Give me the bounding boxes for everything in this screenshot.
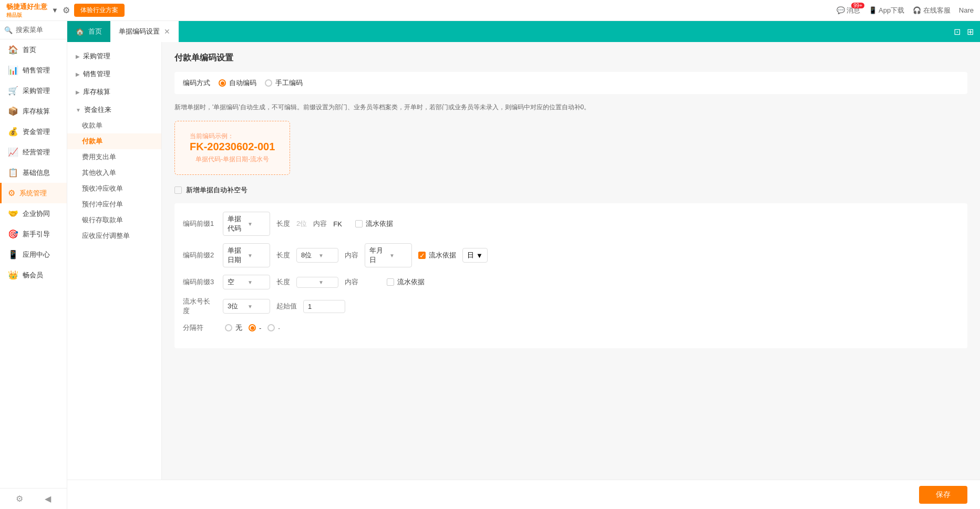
- sidebar-item-basic[interactable]: 📋 基础信息: [0, 162, 67, 183]
- search-icon: 🔍: [4, 26, 13, 34]
- manual-encode-radio[interactable]: 手工编码: [265, 78, 303, 88]
- app-logo: 畅捷通好生意 精品版: [6, 2, 47, 19]
- nav-dropdown[interactable]: ▼: [51, 6, 58, 14]
- config-row-2: 编码前缀2 单据日期 ▼ 长度 8位 ▼ 内容 年月日: [183, 243, 959, 267]
- top-bar-left: 畅捷通好生意 精品版 ▼ ⚙ 体验行业方案: [6, 2, 831, 19]
- sidebar-item-operations[interactable]: 📈 经营管理: [0, 142, 67, 162]
- system-icon: ⚙: [8, 188, 15, 198]
- chevron-right-icon: ▶: [76, 54, 80, 59]
- start-value-input[interactable]: 1: [303, 300, 345, 313]
- nav-group-purchase-title[interactable]: ▶ 采购管理: [67, 48, 161, 64]
- sidebar-item-guide[interactable]: 🎯 新手引导: [0, 224, 67, 244]
- separator-row: 分隔符 无 - ·: [183, 323, 959, 333]
- username-area[interactable]: Nare: [959, 6, 974, 14]
- stream3-check[interactable]: 流水依据: [387, 277, 425, 287]
- config-row-3: 编码前缀3 空 ▼ 长度 ▼ 内容: [183, 275, 959, 289]
- sep-dot-circle: [267, 324, 275, 331]
- sidebar-item-enterprise[interactable]: 🤝 企业协同: [0, 203, 67, 224]
- prefix2-select[interactable]: 单据日期 ▼: [223, 243, 270, 267]
- sidebar-item-finance[interactable]: 💰 资金管理: [0, 121, 67, 142]
- prefix1-select[interactable]: 单据代码 ▼: [223, 212, 270, 236]
- main-layout: 🔍 搜索菜单 🏠 首页 📊 销售管理 🛒 采购管理 📦 库存核算 💰 资金管理 …: [0, 21, 980, 509]
- content2-label: 内容: [345, 251, 358, 260]
- chevron-down-icon-su2: ▼: [476, 252, 483, 259]
- tab-maximize-icon[interactable]: ⊞: [967, 27, 974, 37]
- sidebar-settings-icon[interactable]: ⚙: [16, 494, 23, 504]
- chevron-right-icon-3: ▶: [76, 89, 80, 95]
- nav-item-pre-payment[interactable]: 预付冲应付单: [67, 196, 161, 212]
- home-icon: 🏠: [8, 45, 18, 55]
- preview-label: 当前编码示例：: [190, 132, 275, 141]
- sidebar-item-sales[interactable]: 📊 销售管理: [0, 60, 67, 80]
- sidebar-item-system[interactable]: ⚙ 系统管理: [0, 183, 67, 203]
- nav-item-receipt[interactable]: 收款单: [67, 118, 161, 133]
- message-area[interactable]: 💬 消息 99+: [837, 6, 861, 15]
- stream1-check[interactable]: 流水依据: [355, 219, 393, 228]
- download-icon: 📱: [869, 6, 877, 14]
- search-menu[interactable]: 🔍 搜索菜单: [0, 21, 67, 39]
- info-text: 新增单据时，'单据编码'自动生成，不可编辑。前缀设置为部门、业务员等档案类，开单…: [174, 102, 967, 112]
- tab-code-setting[interactable]: 单据编码设置 ✕: [110, 21, 179, 42]
- serial-length-label: 流水号长度: [183, 297, 216, 316]
- sales-icon: 📊: [8, 65, 18, 75]
- nav-group-inventory-title[interactable]: ▶ 库存核算: [67, 84, 161, 100]
- stream2-checkbox[interactable]: ✓: [418, 252, 426, 259]
- chevron-down-icon-c2: ▼: [389, 253, 407, 258]
- sidebar-collapse-icon[interactable]: ◀: [45, 494, 51, 504]
- service-icon: 🎧: [913, 6, 921, 14]
- code-preview: 当前编码示例： FK-20230602-001 单据代码-单据日期-流水号: [174, 121, 290, 175]
- stream3-checkbox[interactable]: [387, 278, 394, 286]
- auto-encode-radio[interactable]: 自动编码: [219, 78, 256, 88]
- finance-icon: 💰: [8, 127, 18, 137]
- length1-label: 长度: [276, 219, 290, 228]
- length2-label: 长度: [276, 251, 290, 260]
- sep-none[interactable]: 无: [225, 323, 242, 333]
- nav-group-capital: ▼ 资金往来 收款单 付款单 费用支出单 其他收入单 预收冲应收单 预付冲应付单…: [67, 102, 161, 244]
- nav-item-payment[interactable]: 付款单: [67, 133, 161, 149]
- operations-icon: 📈: [8, 147, 18, 157]
- stream2-unit-select[interactable]: 日 ▼: [462, 248, 488, 263]
- sidebar-item-purchase[interactable]: 🛒 采购管理: [0, 80, 67, 101]
- serial-row: 流水号长度 3位 ▼ 起始值 1: [183, 297, 959, 316]
- nav-group-capital-title[interactable]: ▼ 资金往来: [67, 102, 161, 118]
- nav-group-sales-title[interactable]: ▶ 销售管理: [67, 66, 161, 82]
- nav-item-pre-receipt[interactable]: 预收冲应收单: [67, 181, 161, 196]
- tab-home[interactable]: 🏠 首页: [67, 21, 110, 42]
- content3-label: 内容: [345, 277, 358, 287]
- preview-code: FK-20230602-001: [190, 141, 275, 153]
- basic-icon: 📋: [8, 168, 18, 178]
- sidebar-item-appcenter[interactable]: 📱 应用中心: [0, 244, 67, 265]
- nav-group-purchase: ▶ 采购管理: [67, 48, 161, 64]
- serial-length-select[interactable]: 3位 ▼: [223, 299, 270, 314]
- enterprise-icon: 🤝: [8, 209, 18, 219]
- sidebar-item-inventory[interactable]: 📦 库存核算: [0, 101, 67, 121]
- nav-item-expense[interactable]: 费用支出单: [67, 149, 161, 165]
- auto-fill-checkbox[interactable]: [174, 186, 182, 194]
- trial-button[interactable]: 体验行业方案: [74, 4, 125, 17]
- nav-item-other-income[interactable]: 其他收入单: [67, 165, 161, 181]
- chevron-down-icon: ▼: [76, 107, 81, 113]
- length2-select[interactable]: 8位 ▼: [296, 248, 338, 263]
- settings-icon[interactable]: ⚙: [63, 5, 70, 15]
- chevron-down-icon-l3: ▼: [318, 279, 334, 285]
- start-value-label: 起始值: [276, 302, 297, 311]
- tab-close-icon[interactable]: ✕: [164, 27, 170, 36]
- online-service[interactable]: 🎧 在线客服: [913, 6, 951, 15]
- tab-minimize-icon[interactable]: ⊡: [954, 27, 961, 37]
- appcenter-icon: 📱: [8, 250, 18, 259]
- sidebar-item-member[interactable]: 👑 畅会员: [0, 265, 67, 285]
- sidebar-item-home[interactable]: 🏠 首页: [0, 39, 67, 60]
- stream1-checkbox[interactable]: [355, 220, 363, 227]
- sep-dot[interactable]: ·: [267, 324, 280, 332]
- chevron-down-icon-sl: ▼: [247, 304, 265, 309]
- nav-item-bank[interactable]: 银行存取款单: [67, 212, 161, 228]
- content2-select[interactable]: 年月日 ▼: [365, 243, 412, 267]
- nav-item-adjust[interactable]: 应收应付调整单: [67, 228, 161, 244]
- save-button[interactable]: 保存: [919, 486, 967, 504]
- sep-dash[interactable]: -: [249, 324, 261, 332]
- stream2-check[interactable]: ✓ 流水依据: [418, 251, 456, 260]
- prefix3-select[interactable]: 空 ▼: [223, 275, 270, 289]
- length3-select[interactable]: ▼: [296, 277, 338, 288]
- separator-label: 分隔符: [183, 323, 216, 333]
- app-download[interactable]: 📱 App下载: [869, 6, 904, 15]
